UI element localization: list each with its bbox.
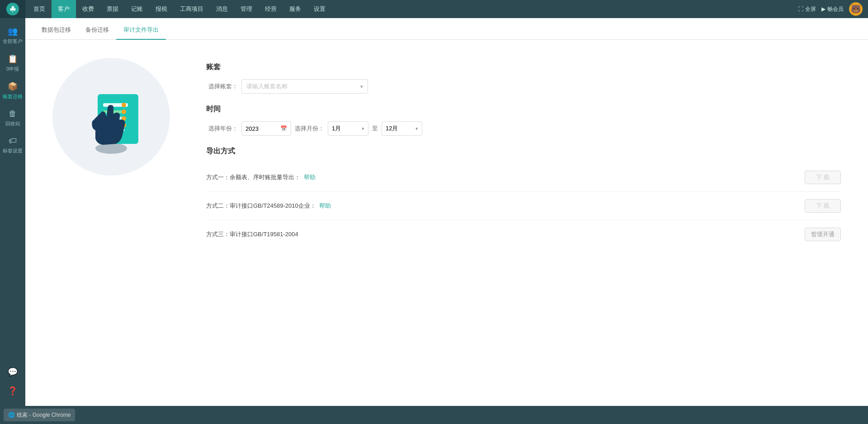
month-end-select[interactable]: 12月 ▾ <box>382 121 422 136</box>
export-method-1-row: 方式一：余额表、序时账批量导出： 帮助 下 载 <box>206 163 841 192</box>
svg-point-8 <box>122 110 126 114</box>
main-content: 账套 选择账套： 请输入账套名称 ▾ 时间 选择年份： <box>25 40 868 406</box>
calendar-icon: 📅 <box>280 125 287 132</box>
export-method-2-row: 方式二：审计接口GB/T24589-2010企业： 帮助 下 载 <box>206 192 841 220</box>
form-area: 账套 选择账套： 请输入账套名称 ▾ 时间 选择年份： <box>206 58 841 248</box>
taskbar: 🌐 线索 - Google Chrome <box>0 406 868 424</box>
time-row: 2023 📅 选择月份： 1月 ▾ 至 12月 ▾ <box>241 121 422 136</box>
tab-data-migration[interactable]: 数据包迁移 <box>34 21 78 40</box>
export-method-3-desc: 方式三：审计接口GB/T19581-2004 <box>206 230 298 238</box>
time-section: 时间 选择年份： 2023 📅 选择月份： 1月 ▾ <box>206 105 841 136</box>
nav-item-services[interactable]: 服务 <box>283 0 307 18</box>
account-form-row: 选择账套： 请输入账套名称 ▾ <box>206 79 841 94</box>
export-method-2-help[interactable]: 帮助 <box>319 202 331 209</box>
vip-icon: ▶ <box>821 6 826 12</box>
fullscreen-icon: ⛶ <box>798 6 803 12</box>
sidebar-item-help[interactable]: ❓ <box>0 381 25 400</box>
sidebar-item-recycle[interactable]: 🗑 回收站 <box>0 105 25 132</box>
export-method-1-button[interactable]: 下 载 <box>805 171 841 184</box>
fullscreen-button[interactable]: ⛶ 全屏 <box>798 5 816 13</box>
sidebar-item-all-customers[interactable]: 👥 全部客户 <box>0 22 25 49</box>
sidebar: 👥 全部客户 📋 0申报 📦 账套迁移 🗑 回收站 🏷 标签设置 💬 ❓ <box>0 18 25 406</box>
export-method-3-row: 方式三：审计接口GB/T19581-2004 暂缓开通 <box>206 220 841 248</box>
illustration-area <box>52 58 170 176</box>
export-method-2-desc: 方式二：审计接口GB/T24589-2010企业： 帮助 <box>206 202 331 210</box>
tab-backup-migration[interactable]: 备份迁移 <box>78 21 116 40</box>
vip-button[interactable]: ▶ 畅会员 <box>821 5 844 13</box>
export-method-1-help[interactable]: 帮助 <box>304 174 316 181</box>
zero-declaration-icon: 📋 <box>8 54 18 64</box>
year-input[interactable]: 2023 📅 <box>241 121 291 136</box>
month-start-select[interactable]: 1月 ▾ <box>328 121 368 136</box>
sidebar-item-zero-declaration[interactable]: 📋 0申报 <box>0 49 25 77</box>
account-migration-icon: 📦 <box>8 81 18 91</box>
account-label: 选择账套： <box>206 82 238 91</box>
logo[interactable]: ☘ <box>0 0 25 18</box>
account-placeholder: 请输入账套名称 <box>246 82 288 91</box>
sidebar-bottom: 💬 ❓ <box>0 362 25 406</box>
nav-items: 首页 客户 收费 票据 记账 报税 工商项目 消息 管理 经营 服务 设置 <box>25 0 798 18</box>
export-section: 导出方式 方式一：余额表、序时账批量导出： 帮助 下 载 方式二：审计接口GB/… <box>206 147 841 248</box>
all-customers-icon: 👥 <box>8 26 18 36</box>
nav-item-bookkeeping[interactable]: 记账 <box>125 0 149 18</box>
chrome-icon: 🌐 <box>8 412 15 418</box>
nav-item-billing[interactable]: 收费 <box>76 0 100 18</box>
chat-icon: 💬 <box>8 367 18 377</box>
nav-item-customer[interactable]: 客户 <box>52 0 76 18</box>
export-method-2-button[interactable]: 下 载 <box>805 199 841 213</box>
illustration-svg <box>71 71 152 162</box>
illustration-circle <box>52 58 170 176</box>
nav-item-invoice[interactable]: 票据 <box>100 0 125 18</box>
tag-icon: 🏷 <box>9 136 17 146</box>
time-section-title: 时间 <box>206 105 841 114</box>
month-end-chevron-icon: ▾ <box>415 126 418 132</box>
nav-item-manage[interactable]: 管理 <box>234 0 259 18</box>
month-label: 选择月份： <box>295 124 324 133</box>
logo-icon: ☘ <box>6 3 19 15</box>
export-method-3-button[interactable]: 暂缓开通 <box>805 228 841 241</box>
sidebar-item-chat[interactable]: 💬 <box>0 362 25 381</box>
content-area: 数据包迁移 备份迁移 审计文件导出 <box>25 18 868 406</box>
account-section-title: 账套 <box>206 62 841 72</box>
sidebar-item-account-migration[interactable]: 📦 账套迁移 <box>0 77 25 105</box>
nav-item-home[interactable]: 首页 <box>27 0 52 18</box>
nav-item-messages[interactable]: 消息 <box>210 0 234 18</box>
nav-item-operations[interactable]: 经营 <box>259 0 283 18</box>
svg-point-0 <box>95 143 127 154</box>
help-icon: ❓ <box>8 386 18 396</box>
month-start-chevron-icon: ▾ <box>362 126 364 132</box>
chevron-down-icon: ▾ <box>360 84 363 90</box>
taskbar-chrome-item[interactable]: 🌐 线索 - Google Chrome <box>4 409 75 421</box>
year-label: 选择年份： <box>206 124 238 133</box>
time-form-row: 选择年份： 2023 📅 选择月份： 1月 ▾ 至 <box>206 121 841 136</box>
tab-audit-export[interactable]: 审计文件导出 <box>116 21 166 40</box>
to-text: 至 <box>372 124 378 133</box>
nav-item-settings[interactable]: 设置 <box>307 0 332 18</box>
top-nav: ☘ 首页 客户 收费 票据 记账 报税 工商项目 消息 管理 经营 服务 设置 … <box>0 0 868 18</box>
export-section-title: 导出方式 <box>206 147 841 156</box>
tab-bar: 数据包迁移 备份迁移 审计文件导出 <box>25 18 868 40</box>
sidebar-item-tag-settings[interactable]: 🏷 标签设置 <box>0 132 25 159</box>
nav-item-tax[interactable]: 报税 <box>149 0 174 18</box>
main-layout: 👥 全部客户 📋 0申报 📦 账套迁移 🗑 回收站 🏷 标签设置 💬 ❓ <box>0 18 868 406</box>
avatar[interactable]: 🐻 <box>849 2 863 16</box>
account-select[interactable]: 请输入账套名称 ▾ <box>241 79 368 94</box>
svg-point-7 <box>122 103 126 107</box>
export-method-1-desc: 方式一：余额表、序时账批量导出： 帮助 <box>206 173 316 181</box>
nav-item-business[interactable]: 工商项目 <box>174 0 210 18</box>
nav-right: ⛶ 全屏 ▶ 畅会员 🐻 <box>798 2 868 16</box>
recycle-icon: 🗑 <box>9 109 17 119</box>
account-section: 账套 选择账套： 请输入账套名称 ▾ <box>206 62 841 94</box>
